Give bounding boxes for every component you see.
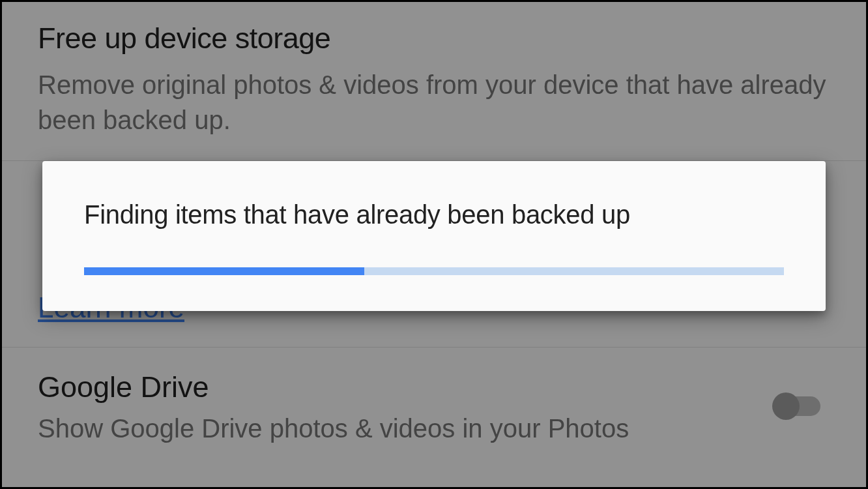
progress-bar — [84, 267, 784, 275]
progress-dialog: Finding items that have already been bac… — [42, 161, 826, 311]
progress-fill — [84, 267, 364, 275]
dialog-title: Finding items that have already been bac… — [84, 200, 784, 230]
